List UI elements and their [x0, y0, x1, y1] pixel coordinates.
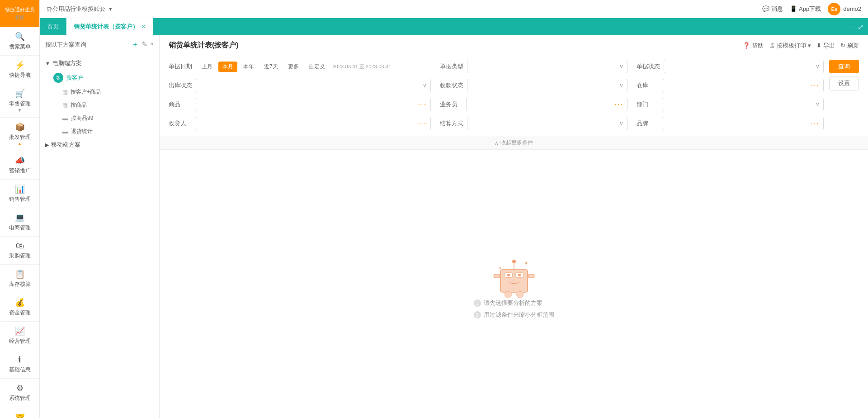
tab-sales-stat[interactable]: 销货单统计表（按客户） ✕ — [66, 18, 153, 35]
tab-close-icon[interactable]: ✕ — [141, 24, 146, 30]
sidebar-item-label: 搜索菜单 — [9, 43, 31, 51]
scheme-actions: ＋ ✎ « — [132, 40, 154, 49]
tree-mobile-parent[interactable]: ▶ 移动端方案 — [40, 138, 159, 152]
warehouse-select[interactable]: ··· — [663, 79, 824, 92]
tip-num-2: 2 — [474, 311, 481, 318]
message-btn[interactable]: 💬 消息 — [762, 5, 783, 13]
payment-select[interactable]: ∨ — [467, 117, 627, 130]
filter-goods: 商品 ··· — [169, 98, 431, 111]
filter-main: 单据日期 上月 本月 本年 近7天 更多 自定义 2023-03-01 至 20… — [169, 60, 859, 130]
print-btn[interactable]: 🖨 按模板打印 ▾ — [769, 42, 811, 50]
app-download-icon: 📱 — [790, 5, 797, 12]
tree-by-goods-99[interactable]: ▬ 按商品99 — [40, 112, 159, 125]
system-icon: ⚙ — [16, 383, 24, 393]
bill-status-select[interactable]: ∨ — [664, 60, 824, 73]
refresh-btn[interactable]: ↻ 刷新 — [840, 42, 859, 50]
export-label: 导出 — [823, 42, 835, 50]
tabbar: 首页 销货单统计表（按客户） ✕ — ⤢ — [40, 18, 868, 35]
receipt-status-select[interactable]: ∨ — [467, 79, 627, 92]
bill-type-select[interactable]: ∨ — [467, 60, 627, 73]
left-panel: 按以下方案查询 ＋ ✎ « ▼ 电脑端方案 客 按客户 ▦ — [40, 35, 160, 418]
sidebar-item-basic[interactable]: ℹ 基础信息 — [0, 350, 39, 379]
sidebar-item-wholesale[interactable]: 📦 批发管理 ▲ — [0, 118, 39, 151]
sidebar-item-finance[interactable]: 💰 资金管理 — [0, 293, 39, 322]
sidebar-item-ecom[interactable]: 💻 电商管理 — [0, 208, 39, 237]
tree-by-customer[interactable]: 客 按客户 — [40, 70, 159, 86]
filter-brand: 品牌 ··· — [637, 117, 824, 130]
retail-icon: 🛒 — [15, 89, 25, 99]
tree-grand-label: 退货统计 — [71, 128, 93, 135]
empty-tips: 1 请先选择要分析的方案 2 用过滤条件来缩小分析范围 — [474, 299, 554, 319]
tab-minimize-icon[interactable]: — — [847, 23, 854, 31]
brand-select[interactable]: ··· — [663, 117, 824, 130]
salesperson-select[interactable]: ··· — [466, 98, 627, 111]
filter-bill-status: 单据状态 ∨ — [637, 60, 824, 73]
chevron-down-icon2: ∨ — [816, 63, 820, 70]
receiver-label: 收货人 — [169, 119, 191, 128]
collapse-text: ∧ 收起更多条件 — [495, 139, 533, 147]
date-btn-more[interactable]: 更多 — [284, 62, 303, 72]
sidebar-item-system[interactable]: ⚙ 系统管理 — [0, 379, 39, 407]
date-btn-last-month[interactable]: 上月 — [198, 62, 217, 72]
tip-num-1: 1 — [474, 299, 481, 307]
product-dropdown-icon[interactable]: ▾ — [109, 5, 112, 12]
date-btn-7days[interactable]: 近7天 — [260, 62, 282, 72]
export-btn[interactable]: ⬇ 导出 — [816, 42, 835, 50]
user-area[interactable]: Ea demo2 — [828, 3, 861, 15]
sidebar-item-purchase[interactable]: 🛍 采购管理 — [0, 237, 39, 265]
date-btn-this-month[interactable]: 本月 — [218, 62, 237, 72]
settings-button[interactable]: 设置 — [829, 76, 859, 90]
basic-icon: ℹ — [18, 355, 21, 365]
dept-select[interactable]: ∨ — [663, 98, 824, 111]
filter-receiver: 收货人 ··· — [169, 117, 431, 130]
tree-child-label: 按客户 — [66, 74, 84, 82]
tree-desktop-parent[interactable]: ▼ 电脑端方案 — [40, 57, 159, 70]
collapse-panel-icon[interactable]: « — [150, 40, 154, 49]
edit-scheme-icon[interactable]: ✎ — [142, 40, 147, 49]
help-btn[interactable]: ❓ 帮助 — [743, 42, 764, 50]
sidebar-item-marketing[interactable]: 📣 营销推广 — [0, 151, 39, 180]
sidebar-item-sales[interactable]: 📊 销售管理 — [0, 180, 39, 208]
date-btn-custom[interactable]: 自定义 — [305, 62, 329, 72]
receiver-select[interactable]: ··· — [195, 117, 431, 130]
sidebar-item-retail[interactable]: 🛒 零售管理 ▼ — [0, 84, 39, 118]
query-button[interactable]: 查询 — [829, 60, 859, 73]
app-download-label: App下载 — [799, 5, 821, 13]
filter-warehouse: 仓库 ··· — [637, 79, 824, 92]
grid-icon2: ▦ — [62, 102, 68, 109]
tree-by-goods[interactable]: ▦ 按商品 — [40, 99, 159, 112]
date-quick-buttons: 上月 本月 本年 近7天 更多 自定义 2023-03-01 至 2023-03… — [198, 62, 391, 72]
tab-maximize-icon[interactable]: ⤢ — [858, 23, 863, 31]
sidebar-item-inventory[interactable]: 📋 库存核算 — [0, 265, 39, 293]
filter-row-4: 收货人 ··· 结算方式 ∨ — [169, 117, 824, 130]
svg-rect-8 — [517, 292, 523, 297]
sidebar-item-search-menu[interactable]: 🔍 搜索菜单 — [0, 27, 39, 56]
topbar: 办公用品行业模拟账套 ▾ 💬 消息 📱 App下载 Ea demo2 — [40, 0, 868, 18]
sidebar-item-ops[interactable]: 📈 经营管理 — [0, 322, 39, 350]
tab-home[interactable]: 首页 — [40, 18, 66, 35]
sidebar-item-label: 零售管理 — [9, 100, 31, 108]
out-status-select[interactable]: ∨ — [196, 79, 431, 92]
quick-nav-icon: ⚡ — [15, 60, 25, 70]
sidebar-item-label: 批发管理 — [9, 133, 31, 141]
svg-text:✦: ✦ — [498, 266, 502, 271]
app-download-btn[interactable]: 📱 App下载 — [790, 5, 821, 13]
sidebar-item-quick-nav[interactable]: ⚡ 快捷导航 — [0, 56, 39, 84]
sidebar-item-enterprise[interactable]: 🤝 企业协同 — [0, 407, 39, 418]
chevron-down-icon4: ∨ — [619, 82, 623, 89]
page-actions: ❓ 帮助 🖨 按模板打印 ▾ ⬇ 导出 ↻ 刷新 — [743, 42, 859, 50]
date-label: 单据日期 — [169, 62, 192, 71]
sidebar-item-label: 销售管理 — [9, 195, 31, 203]
sidebar: 畅捷通好生意 标版 🔍 搜索菜单 ⚡ 快捷导航 🛒 零售管理 ▼ 📦 批发管理 … — [0, 0, 40, 418]
marketing-icon: 📣 — [15, 156, 25, 166]
goods-ellipsis-icon: ··· — [418, 100, 427, 109]
add-scheme-icon[interactable]: ＋ — [132, 40, 139, 49]
date-btn-this-year[interactable]: 本年 — [239, 62, 258, 72]
filter-receipt-status: 收款状态 ∨ — [440, 79, 627, 92]
goods-select[interactable]: ··· — [195, 98, 431, 111]
tree-return-stat[interactable]: ▬ 退货统计 — [40, 125, 159, 138]
refresh-label: 刷新 — [847, 42, 859, 50]
tip-text-2: 用过滤条件来缩小分析范围 — [484, 311, 554, 319]
tree-by-customer-goods[interactable]: ▦ 按客户+商品 — [40, 86, 159, 99]
collapse-bar[interactable]: ∧ 收起更多条件 — [160, 136, 868, 150]
